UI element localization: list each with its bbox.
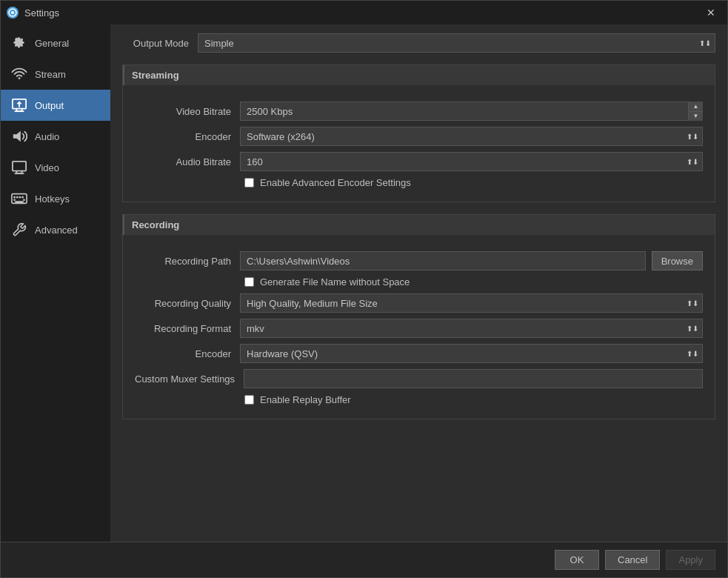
recording-format-label: Recording Format: [135, 323, 231, 334]
wrench-icon: [11, 222, 27, 238]
recording-encoder-select[interactable]: Hardware (QSV) Software (x264) Hardware …: [240, 344, 703, 363]
sidebar: General Stream: [1, 24, 110, 542]
recording-format-wrapper: mkv mp4 flv ts ⬆⬇: [240, 319, 703, 338]
footer: OK Cancel Apply: [1, 542, 727, 577]
recording-format-row: Recording Format mkv mp4 flv ts ⬆⬇: [135, 319, 703, 338]
apply-button[interactable]: Apply: [666, 550, 715, 570]
recording-encoder-row: Encoder Hardware (QSV) Software (x264) H…: [135, 344, 703, 363]
recording-quality-wrapper: High Quality, Medium File Size Indisting…: [240, 293, 703, 313]
cancel-button[interactable]: Cancel: [605, 550, 660, 570]
main-panel: Output Mode Simple Advanced ⬆⬇ Streaming…: [110, 24, 727, 542]
recording-section: Recording Recording Path Browse Generate…: [122, 214, 715, 419]
svg-point-1: [11, 11, 14, 14]
audio-bitrate-label: Audio Bitrate: [135, 156, 231, 167]
video-bitrate-row: Video Bitrate ▲ ▼: [135, 102, 703, 121]
output-mode-select-wrapper: Simple Advanced ⬆⬇: [198, 33, 715, 53]
main-content: General Stream: [1, 24, 727, 542]
sidebar-label-audio: Audio: [35, 131, 59, 142]
close-button[interactable]: ✕: [701, 4, 721, 21]
audio-bitrate-select[interactable]: 160 128 192 320: [240, 152, 703, 171]
sidebar-label-stream: Stream: [35, 69, 66, 80]
recording-quality-select[interactable]: High Quality, Medium File Size Indisting…: [240, 293, 703, 313]
settings-window: Settings ✕ General: [0, 0, 728, 578]
custom-muxer-wrapper: [244, 369, 703, 388]
audio-bitrate-row: Audio Bitrate 160 128 192 320 ⬆⬇: [135, 152, 703, 171]
recording-path-row: Recording Path Browse: [135, 251, 703, 270]
output-icon: [11, 97, 27, 113]
sidebar-item-general[interactable]: General: [1, 27, 110, 59]
svg-rect-7: [13, 162, 26, 171]
generate-filename-row: Generate File Name without Space: [135, 276, 703, 288]
video-bitrate-wrapper: ▲ ▼: [240, 102, 703, 121]
enable-advanced-label[interactable]: Enable Advanced Encoder Settings: [260, 177, 411, 188]
streaming-section-content: Video Bitrate ▲ ▼ Encoder: [123, 94, 715, 202]
sidebar-item-video[interactable]: Video: [1, 152, 110, 183]
ok-button[interactable]: OK: [555, 550, 599, 570]
browse-button[interactable]: Browse: [652, 251, 703, 270]
custom-muxer-row: Custom Muxer Settings: [135, 369, 703, 388]
video-bitrate-up[interactable]: ▲: [689, 102, 703, 112]
output-mode-select[interactable]: Simple Advanced: [198, 33, 715, 53]
video-bitrate-input[interactable]: [240, 102, 703, 121]
recording-path-field-row: Browse: [240, 251, 703, 270]
custom-muxer-label: Custom Muxer Settings: [135, 373, 235, 385]
recording-path-label: Recording Path: [135, 256, 231, 267]
encoder-label: Encoder: [135, 131, 231, 142]
streaming-section-header: Streaming: [123, 65, 715, 85]
app-icon: [7, 7, 19, 19]
recording-path-input[interactable]: [240, 251, 646, 270]
video-bitrate-spinner: ▲ ▼: [688, 102, 703, 121]
enable-replay-label[interactable]: Enable Replay Buffer: [260, 394, 351, 405]
recording-section-content: Recording Path Browse Generate File Name…: [123, 244, 715, 419]
enable-advanced-row: Enable Advanced Encoder Settings: [135, 177, 703, 188]
encoder-row: Encoder Software (x264) Hardware (QSV) H…: [135, 127, 703, 146]
recording-section-header: Recording: [123, 215, 715, 235]
enable-advanced-checkbox[interactable]: [244, 178, 254, 187]
speaker-icon: [11, 128, 27, 144]
sidebar-label-general: General: [35, 38, 69, 49]
sidebar-item-advanced[interactable]: Advanced: [1, 214, 110, 245]
custom-muxer-input[interactable]: [244, 369, 703, 388]
monitor-icon: [11, 159, 27, 176]
wifi-icon: [11, 66, 27, 82]
window-title: Settings: [24, 7, 59, 19]
sidebar-label-advanced: Advanced: [35, 225, 78, 236]
sidebar-label-output: Output: [35, 100, 64, 111]
sidebar-item-audio[interactable]: Audio: [1, 121, 110, 152]
encoder-wrapper: Software (x264) Hardware (QSV) Hardware …: [240, 127, 703, 146]
recording-format-select[interactable]: mkv mp4 flv ts: [240, 319, 703, 338]
enable-replay-checkbox[interactable]: [244, 395, 254, 405]
keyboard-icon: [11, 190, 27, 207]
generate-filename-label[interactable]: Generate File Name without Space: [260, 276, 410, 288]
svg-point-2: [19, 77, 21, 79]
output-mode-label: Output Mode: [122, 38, 189, 49]
sidebar-label-video: Video: [35, 162, 59, 173]
video-bitrate-label: Video Bitrate: [135, 106, 231, 117]
streaming-section: Streaming Video Bitrate ▲ ▼: [122, 64, 715, 202]
recording-encoder-label: Encoder: [135, 348, 231, 359]
sidebar-label-hotkeys: Hotkeys: [35, 193, 70, 205]
svg-marker-6: [13, 131, 21, 142]
titlebar: Settings ✕: [1, 1, 727, 24]
output-mode-row: Output Mode Simple Advanced ⬆⬇: [122, 33, 715, 53]
audio-bitrate-wrapper: 160 128 192 320 ⬆⬇: [240, 152, 703, 171]
sidebar-item-output[interactable]: Output: [1, 90, 110, 121]
sidebar-item-hotkeys[interactable]: Hotkeys: [1, 183, 110, 214]
sidebar-item-stream[interactable]: Stream: [1, 59, 110, 90]
recording-quality-label: Recording Quality: [135, 298, 231, 309]
recording-quality-row: Recording Quality High Quality, Medium F…: [135, 293, 703, 313]
generate-filename-checkbox[interactable]: [244, 277, 254, 287]
enable-replay-row: Enable Replay Buffer: [135, 394, 703, 405]
video-bitrate-down[interactable]: ▼: [689, 112, 703, 122]
recording-encoder-wrapper: Hardware (QSV) Software (x264) Hardware …: [240, 344, 703, 363]
encoder-select[interactable]: Software (x264) Hardware (QSV) Hardware …: [240, 127, 703, 146]
gear-icon: [11, 35, 27, 51]
